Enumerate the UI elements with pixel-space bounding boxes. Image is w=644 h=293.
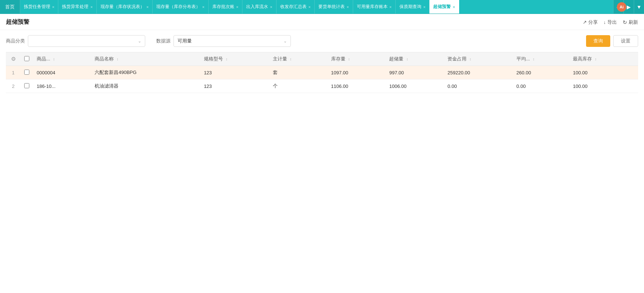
nav-tab-label: 出入库流水 bbox=[246, 4, 268, 10]
datasource-chevron-icon: ⌄ bbox=[283, 39, 287, 44]
row-avg: 0.00 bbox=[513, 79, 569, 93]
nav-tab-label: 超储预警 bbox=[433, 4, 451, 10]
select-all-checkbox[interactable] bbox=[24, 56, 29, 61]
row-spec: 123 bbox=[200, 79, 269, 93]
row-product-name: 六配套新昌490BPG bbox=[91, 66, 200, 79]
datasource-value: 可用量 bbox=[178, 38, 192, 44]
category-label: 商品分类 bbox=[6, 38, 25, 44]
col-capital[interactable]: 资金占用 ↕ bbox=[444, 52, 513, 66]
col-product-name-label: 商品名称 bbox=[95, 56, 114, 62]
nav-tab-close[interactable]: × bbox=[389, 5, 392, 9]
col-product-code[interactable]: 商品... ↕ bbox=[33, 52, 91, 66]
query-button[interactable]: 查询 bbox=[586, 35, 610, 47]
col-avg[interactable]: 平均... ↕ bbox=[513, 52, 569, 66]
nav-tab-close[interactable]: × bbox=[52, 5, 54, 9]
nav-tab-tab6[interactable]: 出入库流水× bbox=[242, 0, 276, 14]
nav-tab-close[interactable]: × bbox=[347, 5, 349, 9]
row-overstock: 1006.00 bbox=[385, 79, 444, 93]
col-inventory[interactable]: 库存量 ↕ bbox=[328, 52, 386, 66]
nav-tab-label: 拣货异常处理 bbox=[62, 4, 88, 10]
table-container: ⚙ 商品... ↕ 商品名称 ↕ 规格型号 ↕ bbox=[0, 52, 644, 93]
row-max-stock: 100.00 bbox=[569, 79, 638, 93]
table-row: 2 186-10... 机油滤清器 123 个 1106.00 1006.00 … bbox=[6, 79, 638, 93]
col-product-code-label: 商品... bbox=[37, 56, 50, 62]
category-chevron-icon: ⌄ bbox=[138, 39, 141, 44]
header-actions: ↗ 分享 ↓ 导出 ↻ 刷新 bbox=[583, 19, 638, 26]
refresh-icon: ↻ bbox=[623, 19, 627, 25]
nav-tab-tab8[interactable]: 要货单统计表× bbox=[315, 0, 353, 14]
row-checkbox[interactable] bbox=[24, 70, 29, 75]
nav-menu-button[interactable]: ▼ bbox=[634, 0, 644, 14]
category-filter-group: 商品分类 ⌄ bbox=[6, 35, 145, 47]
nav-tab-close[interactable]: × bbox=[453, 5, 455, 9]
nav-tab-close[interactable]: × bbox=[308, 5, 311, 9]
nav-tab-tab4[interactable]: 现存量（库存分布表）× bbox=[153, 0, 208, 14]
nav-menu-icon: ▼ bbox=[637, 4, 642, 10]
settings-button[interactable]: 设置 bbox=[613, 35, 638, 47]
sort-avg-icon: ↕ bbox=[533, 57, 535, 61]
row-checkbox-cell[interactable] bbox=[21, 79, 33, 93]
nav-tab-label: 现存量（库存状况表） bbox=[100, 4, 144, 10]
row-index: 2 bbox=[6, 79, 21, 93]
share-action[interactable]: ↗ 分享 bbox=[583, 19, 598, 26]
nav-tab-close[interactable]: × bbox=[202, 5, 204, 9]
row-checkbox[interactable] bbox=[24, 83, 29, 88]
refresh-action[interactable]: ↻ 刷新 bbox=[623, 19, 638, 26]
sort-spec-icon: ↕ bbox=[226, 57, 228, 61]
nav-tab-label: 收发存汇总表 bbox=[280, 4, 307, 10]
nav-tab-tab5[interactable]: 库存批次账× bbox=[209, 0, 242, 14]
nav-tab-tab1[interactable]: 拣货任务管理× bbox=[20, 0, 58, 14]
row-spec: 123 bbox=[200, 66, 269, 79]
nav-tab-tab11[interactable]: 超储预警× bbox=[429, 0, 459, 14]
nav-tab-label: 库存批次账 bbox=[212, 4, 234, 10]
col-avg-label: 平均... bbox=[516, 56, 530, 62]
col-overstock[interactable]: 超储量 ↕ bbox=[385, 52, 444, 66]
row-index: 1 bbox=[6, 66, 21, 79]
col-capital-label: 资金占用 bbox=[447, 56, 466, 62]
nav-tab-close[interactable]: × bbox=[423, 5, 425, 9]
nav-tab-tab7[interactable]: 收发存汇总表× bbox=[277, 0, 315, 14]
col-spec[interactable]: 规格型号 ↕ bbox=[200, 52, 269, 66]
nav-tab-label: 拣货任务管理 bbox=[24, 4, 50, 10]
row-max-stock: 100.00 bbox=[569, 66, 638, 79]
row-unit: 个 bbox=[269, 79, 328, 93]
sort-capital-icon: ↕ bbox=[469, 57, 471, 61]
row-product-code: 0000004 bbox=[33, 66, 91, 79]
col-spec-label: 规格型号 bbox=[204, 56, 223, 62]
col-unit-label: 主计量 bbox=[273, 56, 287, 62]
col-select-all[interactable] bbox=[21, 52, 33, 66]
row-product-name: 机油滤清器 bbox=[91, 79, 200, 93]
nav-tab-label: 保质期查询 bbox=[399, 4, 421, 10]
filter-area: 商品分类 ⌄ 数据源 可用量 ⌄ 查询 设置 bbox=[0, 30, 644, 52]
nav-home[interactable]: 首页 bbox=[0, 0, 20, 14]
sort-inventory-icon: ↕ bbox=[348, 57, 350, 61]
col-max-stock-label: 最高库存 bbox=[573, 56, 592, 62]
page-title: 超储预警 bbox=[6, 18, 29, 26]
row-capital: 0.00 bbox=[444, 79, 513, 93]
nav-tab-tab10[interactable]: 保质期查询× bbox=[396, 0, 429, 14]
row-checkbox-cell[interactable] bbox=[21, 66, 33, 79]
nav-tab-tab3[interactable]: 现存量（库存状况表）× bbox=[97, 0, 153, 14]
col-unit[interactable]: 主计量 ↕ bbox=[269, 52, 328, 66]
avatar[interactable]: Ai bbox=[617, 2, 626, 12]
page-header: 超储预警 ↗ 分享 ↓ 导出 ↻ 刷新 bbox=[0, 14, 644, 30]
nav-tab-close[interactable]: × bbox=[270, 5, 272, 9]
row-capital: 259220.00 bbox=[444, 66, 513, 79]
sort-max-stock-icon: ↕ bbox=[595, 57, 597, 61]
table-settings-icon[interactable]: ⚙ bbox=[11, 56, 16, 62]
nav-tab-close[interactable]: × bbox=[236, 5, 238, 9]
nav-tab-tab2[interactable]: 拣货异常处理× bbox=[58, 0, 96, 14]
datasource-label: 数据源 bbox=[156, 38, 171, 44]
datasource-select[interactable]: 可用量 ⌄ bbox=[173, 35, 291, 47]
nav-tab-tab9[interactable]: 可用量库存账本× bbox=[353, 0, 396, 14]
nav-tab-label: 现存量（库存分布表） bbox=[156, 4, 200, 10]
row-unit: 套 bbox=[269, 66, 328, 79]
sort-overstock-icon: ↕ bbox=[406, 57, 408, 61]
export-action[interactable]: ↓ 导出 bbox=[604, 19, 617, 26]
category-select[interactable]: ⌄ bbox=[28, 35, 145, 47]
col-max-stock[interactable]: 最高库存 ↕ bbox=[569, 52, 638, 66]
nav-tab-close[interactable]: × bbox=[90, 5, 92, 9]
nav-tab-close[interactable]: × bbox=[146, 5, 149, 9]
col-product-name[interactable]: 商品名称 ↕ bbox=[91, 52, 200, 66]
row-overstock: 997.00 bbox=[385, 66, 444, 79]
